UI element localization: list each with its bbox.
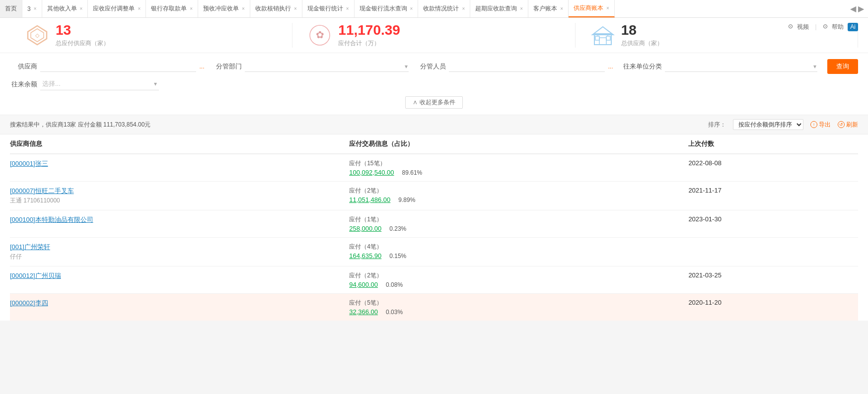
nav-tab-advance-recv[interactable]: 预收冲应收单 × — [198, 0, 250, 17]
nav-prev-icon[interactable]: ◀ — [850, 4, 856, 13]
close-icon[interactable]: × — [520, 6, 523, 11]
help-link[interactable]: 帮助 — [832, 23, 844, 31]
supplier-sub-3: 仔仔 — [10, 253, 349, 261]
supplier-link-0[interactable]: [000001]张三 — [10, 159, 349, 168]
shop-icon — [590, 23, 615, 48]
nav-tab-recv-stat[interactable]: 收款情况统计 × — [418, 0, 470, 17]
stat-number-ap-amount: 11,170.39 — [338, 23, 400, 38]
supplier-link-2[interactable]: [000100]本特勤油品有限公司 — [10, 215, 349, 224]
nav-tab-other-income[interactable]: 其他收入单 × — [42, 0, 88, 17]
collapse-row: ∧ 收起更多条件 — [10, 94, 858, 111]
dept-field: 分管部门 ▾ — [215, 62, 409, 72]
close-icon[interactable]: × — [138, 6, 141, 11]
refresh-label: 刷新 — [846, 121, 858, 129]
video-link[interactable]: 视频 — [797, 23, 809, 31]
nav-tab-cash-stat-label: 现金银行统计 — [307, 4, 343, 13]
balance-select[interactable]: 选择... ▾ — [40, 78, 159, 90]
result-summary: 搜索结果中，供应商13家 应付金额 111,703,854.00元 — [10, 121, 150, 129]
close-icon[interactable]: × — [34, 6, 37, 11]
tx-info-4: 应付（2笔） 94,600.00 0.08% — [349, 271, 688, 288]
close-icon[interactable]: × — [462, 6, 465, 11]
nav-tab-3-label: 3 — [27, 5, 31, 12]
nav-tab-home[interactable]: 首页 — [0, 0, 22, 17]
nav-tab-supplier-book[interactable]: 供应商账本 × — [569, 0, 615, 17]
nav-tab-recv-verify[interactable]: 收款核销执行 × — [250, 0, 302, 17]
person-field: 分管人员 ... — [419, 61, 613, 72]
close-icon[interactable]: × — [346, 6, 349, 11]
close-icon[interactable]: × — [294, 6, 297, 11]
nav-tab-advance-recv-label: 预收冲应收单 — [203, 4, 239, 13]
close-icon[interactable]: × — [560, 6, 563, 11]
tx-info-3: 应付（4笔） 164,635.90 0.15% — [349, 243, 688, 260]
supplier-link-4[interactable]: [000012]广州贝瑞 — [10, 271, 349, 280]
search-row-1: 供应商 ... 分管部门 ▾ 分管人员 ... 往来单位分类 ▾ 查询 — [10, 59, 858, 74]
tx-amount-2[interactable]: 258,000.00 — [349, 225, 381, 232]
nav-next-icon[interactable]: ▶ — [858, 4, 864, 13]
close-icon[interactable]: × — [606, 5, 609, 11]
svg-rect-8 — [595, 36, 599, 40]
result-bar: 搜索结果中，供应商13家 应付金额 111,703,854.00元 排序： 按应… — [0, 115, 868, 134]
stats-bar: ◇ 13 总应付供应商（家） ✿ 11,170.39 应付合计（万） — [0, 18, 868, 53]
supplier-info-3: [001]广州荣轩 仔仔 — [10, 243, 349, 261]
supplier-link-5[interactable]: [000002]李四 — [10, 299, 349, 308]
tx-label-5: 应付（5笔） — [349, 299, 688, 307]
svg-rect-9 — [606, 36, 610, 40]
balance-label: 往来余额 — [10, 80, 37, 89]
tx-label-0: 应付（15笔） — [349, 159, 688, 168]
tx-amount-5[interactable]: 32,366.00 — [349, 308, 378, 316]
nav-tab-cash-stat[interactable]: 现金银行统计 × — [302, 0, 355, 17]
refresh-button[interactable]: ↺ 刷新 — [838, 121, 858, 129]
sort-label: 排序： — [708, 121, 726, 129]
supplier-link-3[interactable]: [001]广州荣轩 — [10, 243, 349, 252]
tx-amount-0[interactable]: 100,092,540.00 — [349, 169, 394, 176]
tx-row-3: 164,635.90 0.15% — [349, 251, 688, 260]
tx-row-2: 258,000.00 0.23% — [349, 224, 688, 232]
dept-select[interactable]: ▾ — [245, 62, 409, 72]
sort-select[interactable]: 按应付余额倒序排序 — [733, 119, 803, 130]
close-icon[interactable]: × — [242, 6, 245, 11]
collapse-label: 收起更多条件 — [420, 99, 455, 106]
tx-amount-3[interactable]: 164,635.90 — [349, 252, 381, 260]
stat-label-ap-amount: 应付合计（万） — [338, 39, 400, 48]
dept-chevron-icon: ▾ — [405, 63, 408, 70]
nav-arrows: ◀ ▶ — [846, 4, 868, 13]
search-button[interactable]: 查询 — [827, 59, 858, 74]
stat-text-left: 13 总应付供应商（家） — [56, 23, 109, 48]
table-row: [000001]张三 应付（15笔） 100,092,540.00 89.61%… — [10, 154, 858, 182]
close-icon[interactable]: × — [80, 6, 83, 11]
help-icon: ⊙ — [823, 23, 828, 31]
nav-tab-3[interactable]: 3 × — [22, 0, 42, 17]
nav-tab-overdue-recv[interactable]: 超期应收款查询 × — [470, 0, 528, 17]
diamond-icon: ◇ — [25, 23, 50, 48]
nav-tab-recv-verify-label: 收款核销执行 — [255, 4, 291, 13]
export-button[interactable]: ↑ 导出 — [810, 121, 831, 129]
table-row: [001]广州荣轩 仔仔 应付（4笔） 164,635.90 0.15% — [10, 238, 858, 266]
nav-tab-cash-flow[interactable]: 现金银行流水查询 × — [355, 0, 419, 17]
supplier-info-1: [000007]恒旺二手叉车 王通 17106110000 — [10, 187, 349, 205]
nav-tab-bank-deposit[interactable]: 银行存取款单 × — [146, 0, 198, 17]
supplier-info-5: [000002]李四 — [10, 299, 349, 308]
person-dots-btn[interactable]: ... — [608, 63, 613, 70]
supplier-input[interactable] — [40, 61, 196, 72]
stat-text-right: 18 总供应商（家） — [621, 23, 663, 48]
supplier-dots-btn[interactable]: ... — [199, 63, 204, 70]
nav-tab-customer-book[interactable]: 客户账本 × — [528, 0, 569, 17]
close-icon[interactable]: × — [410, 6, 413, 11]
tx-row-4: 94,600.00 0.08% — [349, 280, 688, 288]
table-row: [000100]本特勤油品有限公司 应付（1笔） 258,000.00 0.23… — [10, 210, 858, 238]
tx-amount-4[interactable]: 94,600.00 — [349, 281, 378, 288]
tx-amount-1[interactable]: 11,051,486.00 — [349, 196, 390, 203]
table-row: [000002]李四 应付（5笔） 32,366.00 0.03% 2020-1… — [10, 294, 858, 321]
nav-tab-ar-ap-adjust[interactable]: 应收应付调整单 × — [88, 0, 146, 17]
person-input[interactable] — [449, 61, 605, 72]
last-pay-0: 2022-08-08 — [688, 159, 858, 167]
close-icon[interactable]: × — [190, 6, 193, 11]
table-header: 供应商信息 应付交易信息（占比） 上次付数 — [10, 134, 858, 154]
supplier-link-1[interactable]: [000007]恒旺二手叉车 — [10, 187, 349, 196]
wheat-icon: ✿ — [307, 23, 332, 48]
ai-badge[interactable]: Ai — [848, 23, 858, 31]
collapse-button[interactable]: ∧ 收起更多条件 — [405, 96, 462, 109]
nav-tab-other-income-label: 其他收入单 — [47, 4, 77, 13]
category-select[interactable]: ▾ — [665, 62, 818, 72]
tx-percent-4: 0.08% — [386, 281, 403, 288]
